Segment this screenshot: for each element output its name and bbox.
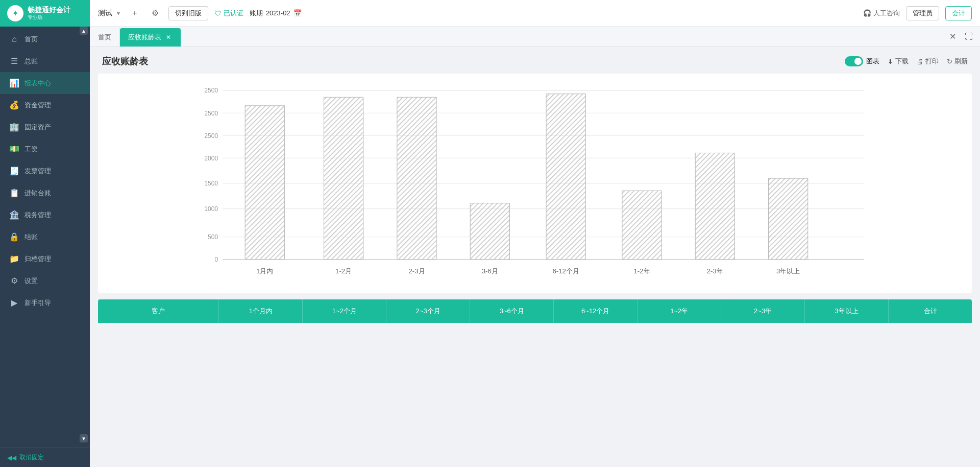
tab-expand-button[interactable]: ⛶: [962, 30, 976, 44]
svg-text:2500: 2500: [204, 87, 218, 94]
sidebar-item-archive[interactable]: 📁 归档管理: [0, 248, 90, 270]
role-button[interactable]: 会计: [945, 6, 972, 20]
tab-aging-close-button[interactable]: ✕: [164, 33, 173, 41]
col-1-2year: 1~2年: [638, 299, 721, 323]
sales-icon: 📋: [9, 188, 19, 198]
cancel-fixed-button[interactable]: ◀◀ 取消固定: [0, 448, 90, 467]
archive-icon: 📁: [9, 254, 19, 264]
col-3plus-year: 3年以上: [805, 299, 889, 323]
tabbar: 首页 应收账龄表 ✕ ✕ ⛶: [90, 27, 980, 47]
tab-home[interactable]: 首页: [90, 28, 120, 46]
svg-text:2-3月: 2-3月: [408, 267, 425, 275]
bar-1-2年: [622, 191, 662, 260]
funds-icon: 💰: [9, 100, 19, 110]
col-6-12month: 6~12个月: [554, 299, 638, 323]
period-value: 2023-02: [266, 9, 290, 17]
sidebar-scroll-up[interactable]: ▲: [80, 27, 88, 35]
sidebar-nav: ⌂ 首页 ☰ 总账 📊 报表中心 💰 资金管理 🏢 固定资产 💵 工资 🧾 发票…: [0, 27, 90, 448]
gear-icon: ⚙: [152, 8, 159, 18]
svg-text:1-2月: 1-2月: [335, 267, 352, 275]
print-button[interactable]: 🖨 打印: [917, 57, 939, 66]
app-name: 畅捷通好会计: [28, 6, 70, 14]
role-label: 会计: [952, 9, 965, 17]
sidebar-item-ledger[interactable]: ☰ 总账: [0, 50, 90, 72]
download-button[interactable]: ⬇ 下载: [888, 57, 909, 66]
col-2-3month: 2~3个月: [386, 299, 470, 323]
sidebar-item-guide[interactable]: ▶ 新手引导: [0, 292, 90, 314]
certified-badge: 🛡 已认证: [214, 9, 243, 18]
sidebar: ✦ 畅捷通好会计 专业版 ▲ ⌂ 首页 ☰ 总账 📊 报表中心 💰 资金管理 🏢…: [0, 0, 90, 467]
project-chevron-icon: ▼: [115, 10, 121, 17]
page-title: 应收账龄表: [102, 55, 148, 67]
svg-text:3年以上: 3年以上: [776, 267, 800, 275]
user-button[interactable]: 管理员: [906, 6, 939, 20]
bar-6-12月: [546, 94, 585, 260]
sidebar-label-invoice: 发票管理: [24, 167, 51, 176]
tab-aging[interactable]: 应收账龄表 ✕: [120, 28, 181, 46]
sidebar-item-settings[interactable]: ⚙ 设置: [0, 270, 90, 292]
sidebar-label-reports: 报表中心: [24, 79, 51, 88]
main-area: 测试 ▼ + ⚙ 切到旧版 🛡 已认证 账期 2023-02 📅 🎧 人工咨询 …: [90, 0, 980, 467]
bar-1月内: [245, 106, 284, 260]
project-selector[interactable]: 测试 ▼: [98, 9, 121, 18]
sidebar-scroll-down[interactable]: ▼: [80, 434, 88, 442]
calendar-icon: 📅: [293, 9, 302, 17]
app-logo-icon: ✦: [7, 5, 23, 21]
chart-container: 2500 2500 2500 2000 1500 1000 500 0: [98, 74, 972, 293]
col-2-3year: 2~3年: [721, 299, 805, 323]
sidebar-item-tax[interactable]: 🏦 税务管理: [0, 204, 90, 226]
sidebar-item-funds[interactable]: 💰 资金管理: [0, 94, 90, 116]
svg-text:1500: 1500: [204, 180, 218, 187]
sidebar-logo: ✦ 畅捷通好会计 专业版: [0, 0, 90, 27]
reports-icon: 📊: [9, 78, 19, 88]
app-edition: 专业版: [28, 14, 70, 21]
col-total: 合计: [889, 299, 972, 323]
svg-text:2500: 2500: [204, 132, 218, 139]
page-header: 应收账龄表 图表 ⬇ 下载 🖨 打印 ↻ 刷新: [90, 47, 980, 74]
headset-icon: 🎧: [863, 9, 871, 17]
user-label: 管理员: [913, 9, 933, 17]
sidebar-item-invoice[interactable]: 🧾 发票管理: [0, 160, 90, 182]
add-button[interactable]: +: [128, 6, 142, 20]
svg-text:500: 500: [208, 233, 218, 241]
assets-icon: 🏢: [9, 122, 19, 132]
certified-label: 已认证: [224, 9, 243, 18]
switch-version-button[interactable]: 切到旧版: [168, 6, 208, 20]
print-label: 打印: [925, 57, 939, 66]
sidebar-item-close[interactable]: 🔒 结账: [0, 226, 90, 248]
chart-toggle-wrap: 图表: [845, 56, 879, 66]
ledger-icon: ☰: [9, 56, 19, 66]
tab-close-button[interactable]: ✕: [945, 30, 960, 44]
tab-aging-label: 应收账龄表: [128, 33, 161, 42]
sidebar-label-home: 首页: [24, 35, 38, 44]
page-actions: 图表 ⬇ 下载 🖨 打印 ↻ 刷新: [845, 56, 968, 66]
tabbar-actions: ✕ ⛶: [945, 27, 980, 46]
guide-icon: ▶: [9, 298, 19, 308]
table-header: 客户 1个月内 1~2个月 2~3个月 3~6个月 6~12个月 1~2年 2~…: [98, 299, 972, 323]
bar-2-3月: [397, 97, 436, 260]
period-label: 账期: [250, 9, 263, 18]
consult-button[interactable]: 🎧 人工咨询: [863, 9, 900, 18]
bar-1-2月: [324, 97, 363, 260]
refresh-label: 刷新: [954, 57, 968, 66]
pin-icon: ◀◀: [7, 454, 16, 461]
consult-label: 人工咨询: [873, 9, 900, 18]
table-container: 客户 1个月内 1~2个月 2~3个月 3~6个月 6~12个月 1~2年 2~…: [98, 299, 972, 323]
sidebar-item-home[interactable]: ⌂ 首页: [0, 29, 90, 50]
sidebar-label-archive: 归档管理: [24, 254, 51, 264]
sidebar-label-sales: 进销台账: [24, 189, 51, 198]
chart-toggle[interactable]: [845, 56, 863, 66]
sidebar-label-guide: 新手引导: [24, 298, 51, 308]
sidebar-item-reports[interactable]: 📊 报表中心: [0, 72, 90, 94]
sidebar-item-wages[interactable]: 💵 工资: [0, 138, 90, 160]
chart-toggle-label: 图表: [866, 57, 879, 66]
sidebar-item-assets[interactable]: 🏢 固定资产: [0, 116, 90, 138]
tax-icon: 🏦: [9, 210, 19, 220]
col-1-2month: 1~2个月: [303, 299, 386, 323]
svg-text:2500: 2500: [204, 110, 218, 117]
refresh-button[interactable]: ↻ 刷新: [947, 57, 968, 66]
topbar: 测试 ▼ + ⚙ 切到旧版 🛡 已认证 账期 2023-02 📅 🎧 人工咨询 …: [90, 0, 980, 27]
sidebar-label-tax: 税务管理: [24, 211, 51, 220]
settings-button[interactable]: ⚙: [148, 6, 162, 20]
sidebar-item-sales[interactable]: 📋 进销台账: [0, 182, 90, 204]
